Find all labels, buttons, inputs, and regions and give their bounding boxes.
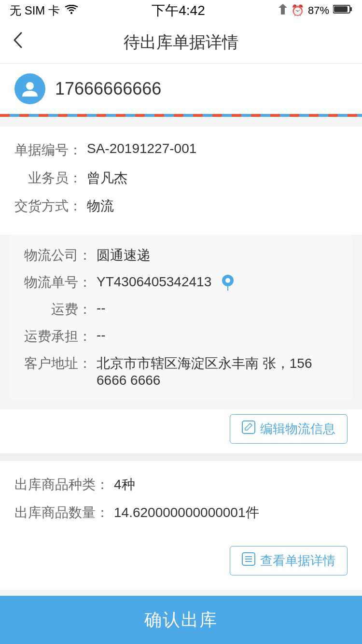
freight-bear-label: 运费承担： [24, 327, 92, 346]
view-details-button[interactable]: 查看单据详情 [230, 546, 348, 575]
svg-rect-7 [242, 421, 255, 434]
freight-bear-value: -- [97, 327, 338, 343]
battery-text: 87% [308, 4, 329, 17]
address-value: 北京市市辖区海淀区永丰南 张，156 6666 6666 [97, 354, 338, 388]
edit-logistics-button[interactable]: 编辑物流信息 [230, 414, 348, 444]
list-icon [242, 552, 255, 569]
logistics-tracking-row: 物流单号： YT43064053424​13 [24, 273, 338, 292]
svg-point-0 [70, 12, 72, 14]
goods-quantity-value: 14.620000000000001件 [114, 504, 259, 522]
battery-icon [333, 4, 352, 17]
wifi-icon [65, 4, 78, 17]
edit-logistics-label: 编辑物流信息 [260, 420, 335, 437]
delivery-label: 交货方式： [14, 197, 82, 215]
salesman-value: 曾凡杰 [87, 169, 348, 187]
logistics-tracking-value: YT43064053424​13 [97, 273, 338, 291]
salesman-row: 业务员： 曾凡杰 [14, 169, 348, 187]
logistics-company-label: 物流公司： [24, 246, 92, 265]
user-phone: 17666666666 [55, 79, 161, 99]
logistics-card: 物流公司： 圆通速递 物流单号： YT43064053424​13 运费： -- [10, 235, 352, 400]
goods-types-value: 4种 [114, 476, 135, 494]
salesman-label: 业务员： [14, 169, 82, 187]
svg-rect-3 [334, 6, 348, 12]
freight-row: 运费： -- [24, 300, 338, 319]
goods-types-label: 出库商品种类： [14, 476, 109, 494]
logistics-company-row: 物流公司： 圆通速递 [24, 246, 338, 265]
tracking-number: YT43064053424​13 [97, 274, 211, 290]
status-right: ⏰ 87% [278, 4, 352, 17]
doc-no-row: 单据编号： SA-20191227-001 [14, 141, 348, 159]
freight-bear-row: 运费承担： -- [24, 327, 338, 346]
edit-btn-row: 编辑物流信息 [0, 409, 362, 453]
delivery-row: 交货方式： 物流 [14, 197, 348, 215]
map-location-icon[interactable] [219, 273, 237, 291]
delivery-value: 物流 [87, 197, 348, 215]
status-bar: 无 SIM 卡 下午4:42 ⏰ 87% [0, 0, 362, 21]
goods-quantity-row: 出库商品数量： 14.620000000000001件 [14, 504, 348, 522]
doc-no-label: 单据编号： [14, 141, 82, 159]
status-left: 无 SIM 卡 [10, 3, 78, 18]
view-details-label: 查看单据详情 [260, 552, 335, 569]
section-divider [0, 453, 362, 461]
doc-info-section: 单据编号： SA-20191227-001 业务员： 曾凡杰 交货方式： 物流 [0, 126, 362, 235]
location-icon [278, 4, 287, 17]
logistics-tracking-label: 物流单号： [24, 273, 92, 292]
address-label: 客户地址： [24, 354, 92, 373]
dashed-divider [0, 114, 362, 117]
back-button[interactable] [12, 31, 23, 54]
doc-no-value: SA-20191227-001 [87, 141, 348, 156]
confirm-btn-area: 确认出库 [0, 596, 362, 644]
freight-label: 运费： [24, 300, 92, 319]
goods-section: 出库商品种类： 4种 出库商品数量： 14.620000000000001件 [0, 461, 362, 541]
logistics-company-value: 圆通速递 [97, 246, 338, 265]
alarm-icon: ⏰ [291, 4, 304, 17]
svg-rect-2 [350, 7, 352, 11]
view-btn-row: 查看单据详情 [0, 541, 362, 590]
svg-point-6 [225, 278, 230, 283]
edit-icon [242, 420, 255, 437]
user-header: 17666666666 [0, 64, 362, 114]
goods-quantity-label: 出库商品数量： [14, 504, 109, 522]
carrier-text: 无 SIM 卡 [10, 3, 60, 18]
goods-types-row: 出库商品种类： 4种 [14, 476, 348, 494]
time-display: 下午4:42 [152, 1, 205, 20]
nav-bar: 待出库单据详情 [0, 21, 362, 64]
freight-value: -- [97, 300, 338, 316]
confirm-outbound-button[interactable]: 确认出库 [144, 608, 218, 632]
address-row: 客户地址： 北京市市辖区海淀区永丰南 张，156 6666 6666 [24, 354, 338, 388]
svg-point-4 [26, 82, 34, 90]
page-title: 待出库单据详情 [124, 31, 238, 54]
avatar [14, 73, 45, 104]
